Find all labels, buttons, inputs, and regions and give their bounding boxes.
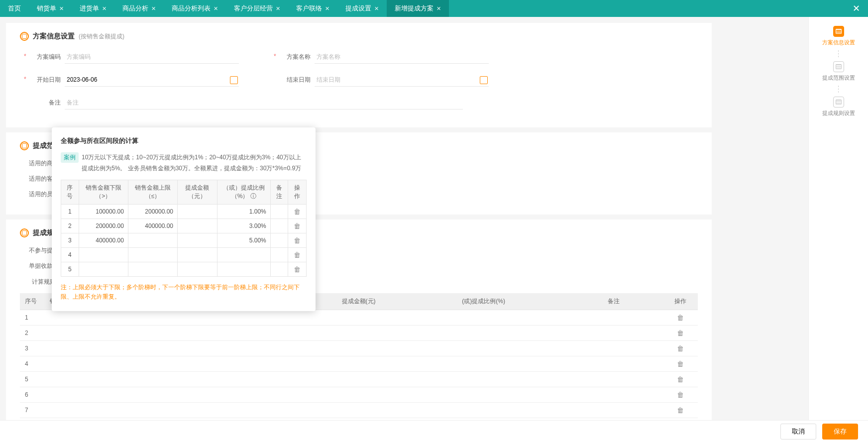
trash-icon[interactable]: 🗑 [294,236,301,244]
tab-进货单[interactable]: 进货单✕ [72,0,114,17]
table-row[interactable]: 2🗑 [20,326,698,341]
code-label: 方案编码 [29,53,61,61]
close-icon[interactable]: ✕ [325,5,329,12]
table-row: 1100000.00200000.001.00%🗑 [61,205,307,219]
footer: 取消 保存 [0,420,868,442]
close-icon[interactable]: ✕ [214,5,218,12]
ex-col-amount: 提成金额（元） [178,180,217,205]
table-row[interactable]: 7🗑 [20,403,698,418]
tab-销货单[interactable]: 销货单✕ [29,0,72,17]
close-icon[interactable]: ✕ [374,5,379,12]
table-row[interactable]: 5🗑 [20,372,698,387]
close-icon[interactable]: ✕ [151,5,156,12]
close-icon[interactable]: ✕ [102,5,107,12]
trash-icon[interactable]: 🗑 [677,406,684,414]
ex-col-lower: 销售金额下限（>） [79,180,128,205]
example-badge: 案例 [61,152,79,163]
nav-connector [838,86,839,93]
panel-subtitle: (按销售金额提成) [79,32,124,41]
trash-icon[interactable]: 🗑 [677,329,684,337]
sidebar-nav: 方案信息设置 提成范围设置 提成规则设置 [808,17,868,420]
trash-icon[interactable]: 🗑 [294,265,301,273]
table-row[interactable]: 1🗑 [20,310,698,326]
trash-icon[interactable]: 🗑 [677,360,684,368]
tab-商品分析列表[interactable]: 商品分析列表✕ [164,0,226,17]
nav-step-rules[interactable]: 提成规则设置 [822,97,855,117]
panel-badge-icon [20,32,29,41]
col-ratio: (或)提成比例(%) [457,293,603,310]
trash-icon[interactable]: 🗑 [294,222,301,230]
trash-icon[interactable]: 🗑 [677,344,684,352]
rule-example-popover: 全额参与所在区间段的计算 案例 10万元以下无提成；10~20万元提成比例为1%… [52,127,316,311]
table-row[interactable]: 3🗑 [20,341,698,356]
close-icon[interactable]: ✕ [276,5,280,12]
example-text: 10万元以下无提成；10~20万元提成比例为1%；20~40万提成比例为3%；4… [82,154,301,172]
col-remark: 备注 [603,293,663,310]
nav-connector [838,50,839,57]
panel-badge-icon [20,141,29,150]
tab-首页[interactable]: 首页 [0,0,29,17]
panel-title: 方案信息设置 [33,32,75,41]
start-date-label: 开始日期 [29,76,61,84]
form-icon [833,61,844,72]
col-action: 操作 [663,293,698,310]
nav-step-info[interactable]: 方案信息设置 [822,26,855,46]
close-all-icon[interactable]: ✕ [849,1,864,16]
start-date-input[interactable] [65,73,239,87]
name-input[interactable] [315,50,489,64]
ex-col-upper: 销售金额上限（≤） [128,180,177,205]
example-table-body: 1100000.00200000.001.00%🗑2200000.0040000… [61,205,307,277]
tab-客户分层经营[interactable]: 客户分层经营✕ [226,0,288,17]
calendar-icon[interactable] [480,76,487,83]
tab-客户联络[interactable]: 客户联络✕ [288,0,337,17]
rules-table: 序号 销售金额下限(>) 销售金额上限(≤) 提成金额(元) (或)提成比例(%… [20,293,698,418]
col-amount: 提成金额(元) [337,293,457,310]
name-label: 方案名称 [279,53,311,61]
table-row[interactable]: 4🗑 [20,356,698,372]
end-date-label: 结束日期 [279,76,311,84]
code-input[interactable] [65,50,239,64]
trash-icon[interactable]: 🗑 [294,251,301,259]
table-row: 5🗑 [61,262,307,277]
form-icon [833,97,844,108]
panel-badge-icon [20,228,29,237]
ex-col-seq: 序号 [61,180,79,205]
trash-icon[interactable]: 🗑 [677,391,684,399]
form-icon [833,26,844,37]
calendar-icon[interactable] [230,76,237,83]
table-row: 2200000.00400000.003.00%🗑 [61,219,307,233]
table-row: 3400000.005.00%🗑 [61,233,307,248]
table-row[interactable]: 6🗑 [20,387,698,403]
ex-col-action: 操作 [288,180,307,205]
trash-icon[interactable]: 🗑 [677,375,684,383]
remark-input[interactable] [65,96,463,110]
trash-icon[interactable]: 🗑 [294,208,301,216]
ex-col-remark: 备注 [270,180,288,205]
end-date-input[interactable] [315,73,489,87]
save-button[interactable]: 保存 [822,424,858,440]
ex-col-ratio: （或）提成比例（%） ⓘ [217,180,270,205]
example-table: 序号 销售金额下限（>） 销售金额上限（≤） 提成金额（元） （或）提成比例（%… [61,180,307,277]
tab-新增提成方案[interactable]: 新增提成方案✕ [387,0,449,17]
panel-scheme-info: 方案信息设置 (按销售金额提成) 方案编码 方案名称 开始日期 [6,23,712,127]
close-icon[interactable]: ✕ [59,5,64,12]
tab-商品分析[interactable]: 商品分析✕ [114,0,164,17]
tab-bar: 首页销货单✕进货单✕商品分析✕商品分析列表✕客户分层经营✕客户联络✕提成设置✕新… [0,0,868,17]
info-icon[interactable]: ⓘ [250,193,256,200]
popover-note: 注：上限必须大于下限；多个阶梯时，下一个阶梯下限要等于前一阶梯上限；不同行之间下… [61,283,307,302]
trash-icon[interactable]: 🗑 [677,314,684,322]
close-icon[interactable]: ✕ [436,5,441,12]
cancel-button[interactable]: 取消 [780,424,816,440]
nav-step-scope[interactable]: 提成范围设置 [822,61,855,82]
tab-提成设置[interactable]: 提成设置✕ [337,0,387,17]
col-seq: 序号 [20,293,45,310]
remark-label: 备注 [29,99,61,107]
rules-table-body: 1🗑2🗑3🗑4🗑5🗑6🗑7🗑 [20,310,698,418]
popover-title: 全额参与所在区间段的计算 [61,136,307,145]
table-row: 4🗑 [61,248,307,262]
